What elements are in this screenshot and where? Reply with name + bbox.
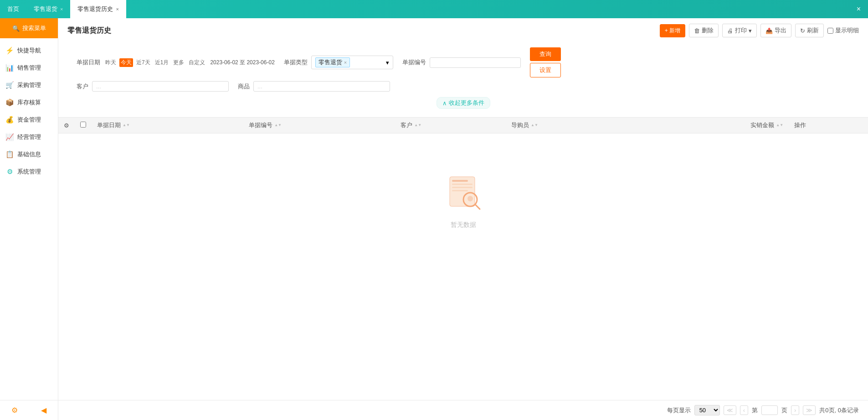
sidebar-item-sales[interactable]: 📊 销售管理 <box>0 59 58 77</box>
table-container: ⚙ 单据日期 ▲▼ 单据编号 <box>58 118 868 400</box>
page-size-label: 每页显示 <box>667 406 691 415</box>
doc-no-filter: 单据编号 <box>402 57 521 68</box>
col-checkbox[interactable] <box>75 118 92 133</box>
refresh-icon: ↻ <box>800 27 805 34</box>
tab-retail-return[interactable]: 零售退货 × <box>26 0 70 18</box>
sidebar-item-inventory[interactable]: 📦 库存核算 <box>0 94 58 111</box>
window-close-button[interactable]: × <box>849 5 868 13</box>
print-icon: 🖨 <box>727 27 733 34</box>
col-customer[interactable]: 客户 ▲▼ <box>395 118 506 133</box>
sidebar-item-quick-nav[interactable]: ⚡ 快捷导航 <box>0 42 58 59</box>
svg-rect-3 <box>452 187 473 188</box>
customer-sort-icon: ▲▼ <box>414 123 421 127</box>
date-opt-more[interactable]: 更多 <box>172 58 185 67</box>
filter-settings-button[interactable]: 设置 <box>530 63 561 77</box>
last-page-button[interactable]: ≫ <box>803 405 816 415</box>
col-date[interactable]: 单据日期 ▲▼ <box>92 118 243 133</box>
sidebar-item-purchase[interactable]: 🛒 采购管理 <box>0 77 58 94</box>
svg-point-7 <box>467 196 473 201</box>
filter-row-2: 客户 ... 商品 ... <box>77 81 850 92</box>
settings-gear-icon[interactable]: ⚙ <box>64 122 69 129</box>
tab-retail-return-close[interactable]: × <box>60 6 63 12</box>
system-icon: ⚙ <box>5 168 14 176</box>
sidebar-item-system[interactable]: ⚙ 系统管理 <box>0 163 58 180</box>
sidebar-item-finance[interactable]: 💰 资金管理 <box>0 111 58 128</box>
print-button[interactable]: 🖨 打印 ▾ <box>722 24 757 37</box>
customer-placeholder: ... <box>96 83 225 90</box>
refresh-button[interactable]: ↻ 刷新 <box>795 24 824 37</box>
search-icon: 🔍 <box>12 25 20 32</box>
date-opt-today[interactable]: 今天 <box>119 58 133 67</box>
tab-list: 首页 零售退货 × 零售退货历史 × <box>0 0 849 18</box>
add-button[interactable]: + 新增 <box>660 24 685 37</box>
sidebar-bottom: ⚙ ◀ <box>0 400 58 420</box>
select-all-checkbox[interactable] <box>80 122 86 128</box>
sidebar-search[interactable]: 🔍 搜索菜单 <box>0 18 58 38</box>
col-date-sort[interactable]: 单据日期 ▲▼ <box>97 121 238 129</box>
sidebar-item-operations[interactable]: 📈 经营管理 <box>0 128 58 146</box>
date-sort-icon: ▲▼ <box>123 123 130 127</box>
tab-retail-return-history[interactable]: 零售退货历史 × <box>70 0 126 18</box>
collapse-bar: ∧ 收起更多条件 <box>77 95 850 113</box>
col-guide-sort[interactable]: 导购员 ▲▼ <box>511 121 632 129</box>
basic-info-icon: 📋 <box>5 150 14 159</box>
page-unit: 页 <box>781 406 787 415</box>
col-customer-sort[interactable]: 客户 ▲▼ <box>401 121 500 129</box>
col-doc-no[interactable]: 单据编号 ▲▼ <box>243 118 395 133</box>
amount-sort-icon: ▲▼ <box>776 123 783 127</box>
date-opt-7days[interactable]: 近7天 <box>135 58 152 67</box>
display-detail-input[interactable] <box>827 28 833 34</box>
guide-sort-icon: ▲▼ <box>531 123 538 127</box>
page-size-select[interactable]: 102050100 <box>694 405 720 415</box>
doc-type-dropdown-icon: ▾ <box>386 59 389 66</box>
first-page-button[interactable]: ≪ <box>724 405 736 415</box>
content-area: 零售退货历史 + 新增 🗑 删除 🖨 打印 ▾ 📤 导出 <box>58 18 868 420</box>
date-opt-custom[interactable]: 自定义 <box>187 58 206 67</box>
table-footer: 每页显示 102050100 ≪ ‹ 第 1 页 › ≫ 共0页, 0条记录 <box>58 400 868 420</box>
date-opt-1month[interactable]: 近1月 <box>154 58 170 67</box>
col-guide[interactable]: 导购员 ▲▼ <box>506 118 637 133</box>
sidebar-settings-button[interactable]: ⚙ <box>11 406 18 415</box>
table-body: 暂无数据 <box>58 133 868 266</box>
main-layout: 🔍 搜索菜单 ⚡ 快捷导航 📊 销售管理 🛒 采购管理 📦 库存核算 💰 <box>0 18 868 420</box>
col-docno-sort[interactable]: 单据编号 ▲▼ <box>249 121 390 129</box>
col-settings[interactable]: ⚙ <box>58 118 75 133</box>
collapse-button[interactable]: ∧ 收起更多条件 <box>437 97 490 109</box>
query-button[interactable]: 查询 <box>530 47 561 61</box>
quick-nav-icon: ⚡ <box>5 46 14 55</box>
page-header: 零售退货历史 + 新增 🗑 删除 🖨 打印 ▾ 📤 导出 <box>58 18 868 118</box>
next-page-button[interactable]: › <box>791 405 799 415</box>
date-filter: 单据日期 昨天 今天 近7天 近1月 更多 自定义 2023-06-02 至 2… <box>77 58 275 67</box>
customer-filter: 客户 ... <box>77 81 229 92</box>
export-button[interactable]: 📤 导出 <box>760 24 791 37</box>
sidebar-item-basic-info[interactable]: 📋 基础信息 <box>0 146 58 163</box>
top-bar: 首页 零售退货 × 零售退货历史 × × <box>0 0 868 18</box>
doc-type-select[interactable]: 零售退货 × ▾ <box>311 56 393 69</box>
svg-rect-4 <box>452 190 468 191</box>
display-detail-checkbox[interactable]: 显示明细 <box>827 26 859 35</box>
svg-rect-1 <box>452 180 468 182</box>
col-amount-sort[interactable]: 实销金额 ▲▼ <box>642 121 783 129</box>
docno-sort-icon: ▲▼ <box>274 123 282 127</box>
delete-button[interactable]: 🗑 删除 <box>689 24 719 37</box>
sales-icon: 📊 <box>5 64 14 72</box>
svg-rect-2 <box>452 184 473 185</box>
delete-icon: 🗑 <box>694 27 700 34</box>
date-opt-yesterday[interactable]: 昨天 <box>104 58 118 67</box>
sidebar-nav: ⚡ 快捷导航 📊 销售管理 🛒 采购管理 📦 库存核算 💰 资金管理 📈 <box>0 38 58 400</box>
doc-type-tag-close[interactable]: × <box>344 60 347 65</box>
export-icon: 📤 <box>765 27 773 34</box>
purchase-icon: 🛒 <box>5 81 14 89</box>
print-dropdown-icon: ▾ <box>749 27 752 34</box>
prev-page-button[interactable]: ‹ <box>740 405 748 415</box>
doc-type-filter: 单据类型 零售退货 × ▾ <box>284 56 393 69</box>
col-amount[interactable]: 实销金额 ▲▼ <box>637 118 789 133</box>
tab-retail-return-history-close[interactable]: × <box>116 6 118 12</box>
sidebar: 🔍 搜索菜单 ⚡ 快捷导航 📊 销售管理 🛒 采购管理 📦 库存核算 💰 <box>0 18 58 420</box>
inventory-icon: 📦 <box>5 98 14 107</box>
empty-text: 暂无数据 <box>451 221 476 229</box>
page-number-input[interactable]: 1 <box>761 405 778 415</box>
sidebar-collapse-button[interactable]: ◀ <box>41 406 46 415</box>
tab-home[interactable]: 首页 <box>0 0 26 18</box>
doc-no-input[interactable] <box>430 57 521 68</box>
